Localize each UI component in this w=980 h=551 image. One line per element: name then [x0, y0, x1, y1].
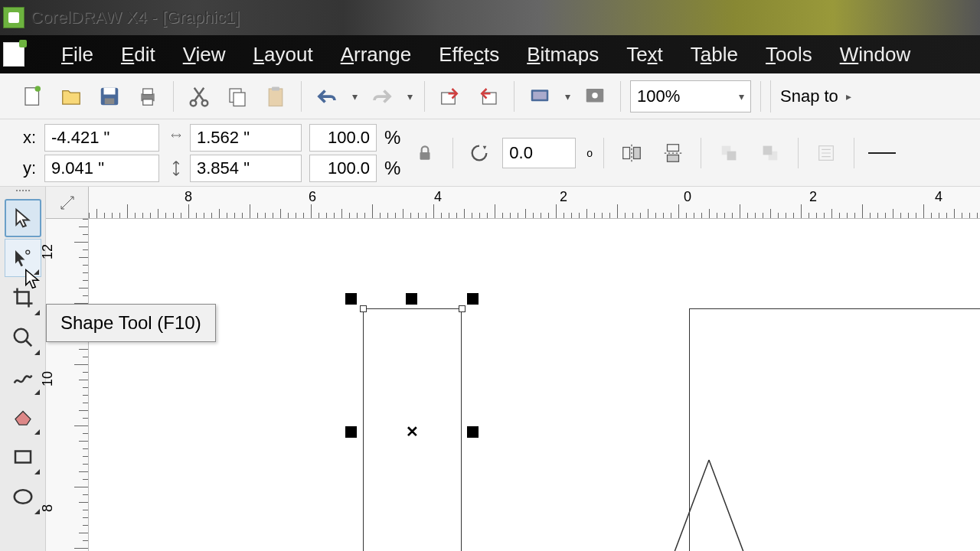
scale-y-input[interactable]: 100.0	[309, 155, 377, 182]
mirror-h-button[interactable]	[615, 136, 648, 170]
dock-grip[interactable]	[5, 190, 41, 196]
menu-window[interactable]: Window	[826, 40, 924, 70]
snap-to-combo[interactable]: Snap to	[770, 80, 861, 112]
selection-handle[interactable]	[467, 426, 479, 438]
selection-handle[interactable]	[345, 426, 357, 438]
drawing-canvas[interactable]: ✕	[89, 219, 980, 551]
zoom-combo[interactable]: 100%	[630, 80, 751, 112]
ruler-vertical[interactable]: 12 10 8	[46, 219, 89, 551]
open-button[interactable]	[55, 80, 87, 112]
svg-rect-3	[104, 87, 116, 94]
new-button[interactable]	[17, 80, 49, 112]
menu-arrange[interactable]: Arrange	[327, 40, 426, 70]
svg-point-1	[35, 86, 41, 92]
node-marker[interactable]	[459, 305, 466, 312]
import-button[interactable]	[434, 80, 466, 112]
menu-file[interactable]: File	[47, 40, 107, 70]
svg-point-33	[14, 490, 31, 504]
paste-button	[260, 80, 292, 112]
workspace: 8 6 4 2 0 2 4 12 10 8 ✕	[0, 187, 980, 551]
width-icon	[167, 129, 185, 147]
menu-layout[interactable]: Layout	[240, 40, 327, 70]
selection-handle[interactable]	[467, 293, 479, 305]
cut-button[interactable]	[183, 80, 215, 112]
selection-handle[interactable]	[345, 293, 357, 305]
ruler-origin[interactable]	[46, 187, 89, 219]
separator	[301, 81, 302, 112]
triangle-shape[interactable]	[655, 456, 763, 551]
welcome-button[interactable]	[579, 80, 611, 112]
scale-group: 100.0% 100.0%	[309, 124, 400, 182]
svg-rect-21	[623, 147, 630, 158]
zoom-tool[interactable]	[5, 318, 41, 357]
undo-dropdown[interactable]	[349, 90, 360, 103]
separator	[798, 138, 799, 168]
separator	[620, 81, 621, 112]
rotation-input[interactable]: 0.0	[502, 138, 576, 168]
rotation-icon	[464, 138, 495, 168]
app-launcher-button[interactable]	[524, 80, 556, 112]
svg-point-31	[14, 329, 28, 343]
svg-point-19	[592, 93, 598, 99]
print-button[interactable]	[132, 80, 164, 112]
new-doc-icon[interactable]	[3, 42, 24, 67]
crop-tool[interactable]	[5, 279, 41, 317]
tooltip: Shape Tool (F10)	[46, 304, 216, 342]
mirror-v-button[interactable]	[656, 136, 690, 170]
x-label: x:	[23, 128, 40, 148]
degree-label: o	[586, 147, 593, 159]
svg-rect-11	[234, 93, 245, 106]
svg-rect-6	[143, 89, 153, 95]
selection-center[interactable]: ✕	[405, 425, 419, 439]
menu-text[interactable]: Text	[612, 40, 677, 70]
menu-effects[interactable]: Effects	[425, 40, 513, 70]
svg-rect-7	[143, 99, 153, 105]
outline-width[interactable]	[865, 136, 899, 170]
rectangle-tool[interactable]	[5, 438, 41, 476]
smart-fill-tool[interactable]	[5, 398, 41, 436]
export-button[interactable]	[472, 80, 505, 112]
canvas-area: 8 6 4 2 0 2 4 12 10 8 ✕	[46, 187, 980, 551]
svg-rect-12	[269, 89, 283, 106]
svg-rect-24	[668, 155, 679, 161]
svg-rect-13	[272, 86, 279, 90]
y-label: y:	[23, 158, 40, 178]
titlebar: CorelDRAW X4 - [Graphic1]	[0, 0, 980, 35]
svg-rect-20	[420, 152, 430, 159]
y-input[interactable]: 9.041 "	[44, 155, 159, 182]
copy-button[interactable]	[221, 80, 253, 112]
redo-dropdown[interactable]	[404, 90, 415, 103]
app-icon	[3, 7, 24, 28]
selection-handle[interactable]	[406, 293, 417, 305]
freehand-tool[interactable]	[5, 358, 41, 396]
menu-bitmaps[interactable]: Bitmaps	[513, 40, 612, 70]
ellipse-tool[interactable]	[5, 478, 41, 516]
window-title: CorelDRAW X4 - [Graphic1]	[31, 8, 240, 28]
width-input[interactable]: 1.562 "	[190, 124, 302, 152]
toolbox	[0, 187, 46, 551]
undo-button[interactable]	[311, 80, 343, 112]
to-front-button	[712, 136, 746, 170]
x-input[interactable]: -4.421 "	[44, 124, 159, 152]
svg-rect-32	[15, 452, 31, 463]
percent-label: %	[381, 127, 400, 148]
shape-tool[interactable]	[5, 239, 41, 277]
menu-edit[interactable]: Edit	[107, 40, 169, 70]
height-input[interactable]: 3.854 "	[190, 155, 302, 182]
ruler-horizontal[interactable]: 8 6 4 2 0 2 4	[89, 187, 980, 219]
menu-tools[interactable]: Tools	[752, 40, 826, 70]
wrap-button	[809, 136, 843, 170]
node-marker[interactable]	[360, 305, 367, 312]
separator	[760, 81, 761, 112]
save-button[interactable]	[93, 80, 126, 112]
standard-toolbar: 100% Snap to	[0, 73, 980, 119]
separator	[854, 138, 854, 168]
app-launcher-dropdown[interactable]	[562, 90, 573, 103]
pick-tool[interactable]	[5, 199, 41, 237]
menu-table[interactable]: Table	[677, 40, 752, 70]
redo-button	[366, 80, 398, 112]
menu-view[interactable]: View	[169, 40, 240, 70]
lock-ratio-button[interactable]	[408, 136, 442, 170]
scale-x-input[interactable]: 100.0	[309, 124, 377, 152]
to-back-button	[753, 136, 787, 170]
